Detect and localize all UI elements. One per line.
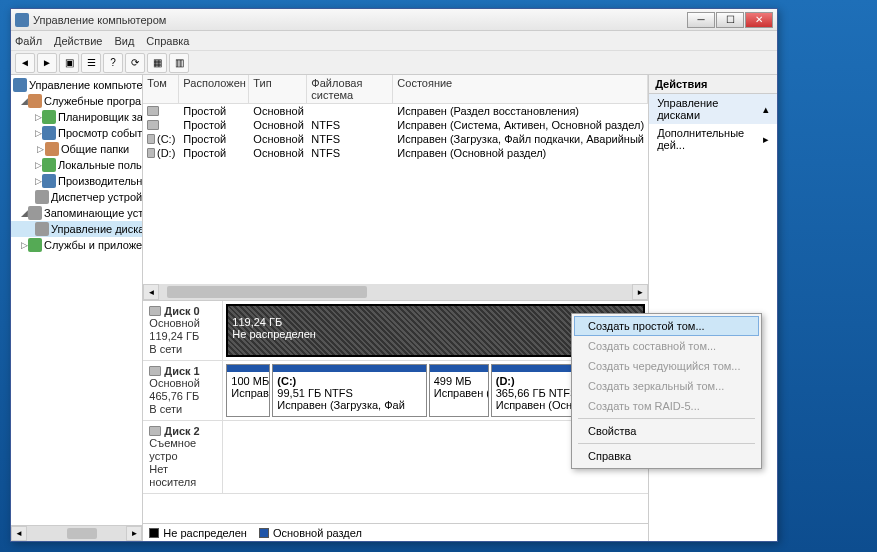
tree-root[interactable]: Управление компьютером (л (11, 77, 142, 93)
disk-1-part-0[interactable]: 100 МБ IИсправе (226, 364, 270, 417)
ctx-new-striped-volume: Создать чередующийся том... (574, 356, 759, 376)
ctx-new-simple-volume[interactable]: Создать простой том... (574, 316, 759, 336)
col-layout[interactable]: Расположен (179, 75, 249, 103)
tool-button-2[interactable]: ▥ (169, 53, 189, 73)
app-icon (15, 13, 29, 27)
device-icon (35, 190, 49, 204)
tree-perf[interactable]: ▷Производительность (11, 173, 142, 189)
tree-event-viewer[interactable]: ▷Просмотр событий (11, 125, 142, 141)
col-fs[interactable]: Файловая система (307, 75, 393, 103)
storage-icon (28, 206, 42, 220)
titlebar[interactable]: Управление компьютером ─ ☐ ✕ (11, 9, 777, 31)
separator (578, 443, 755, 444)
disk-1-header[interactable]: Диск 1 Основной 465,76 ГБ В сети (143, 361, 223, 420)
cd-icon (149, 426, 161, 436)
chevron-right-icon: ▸ (763, 133, 769, 146)
menu-view[interactable]: Вид (114, 35, 134, 47)
legend: Не распределен Основной раздел (143, 523, 648, 541)
tree-storage[interactable]: ◢Запоминающие устройс (11, 205, 142, 221)
window-title: Управление компьютером (33, 14, 687, 26)
maximize-button[interactable]: ☐ (716, 12, 744, 28)
col-status[interactable]: Состояние (393, 75, 648, 103)
folder-icon (45, 142, 59, 156)
volume-row[interactable]: (C:)ПростойОсновнойNTFSИсправен (Загрузк… (143, 132, 648, 146)
volume-icon (147, 106, 159, 116)
disk-icon (149, 366, 161, 376)
separator (578, 418, 755, 419)
chart-icon (42, 174, 56, 188)
col-type[interactable]: Тип (249, 75, 307, 103)
close-button[interactable]: ✕ (745, 12, 773, 28)
tree-disk-management[interactable]: Управление дисками (11, 221, 142, 237)
chevron-up-icon: ▴ (763, 103, 769, 116)
users-icon (42, 158, 56, 172)
tree-hscroll[interactable]: ◄► (11, 525, 142, 541)
menubar: Файл Действие Вид Справка (11, 31, 777, 51)
disk-2-header[interactable]: Диск 2 Съемное устро Нет носителя (143, 421, 223, 493)
event-icon (42, 126, 56, 140)
volume-list: Том Расположен Тип Файловая система Сост… (143, 75, 648, 301)
disk-icon (35, 222, 49, 236)
volume-icon (147, 134, 155, 144)
forward-button[interactable]: ► (37, 53, 57, 73)
legend-primary-icon (259, 528, 269, 538)
tool-button[interactable]: ▦ (147, 53, 167, 73)
minimize-button[interactable]: ─ (687, 12, 715, 28)
volume-icon (147, 120, 159, 130)
tree-system-tools[interactable]: ◢Служебные программы (11, 93, 142, 109)
computer-icon (13, 78, 27, 92)
menu-help[interactable]: Справка (146, 35, 189, 47)
volume-hscroll[interactable]: ◄► (143, 284, 648, 300)
context-menu: Создать простой том... Создать составной… (571, 313, 762, 469)
back-button[interactable]: ◄ (15, 53, 35, 73)
tree-shared[interactable]: ▷Общие папки (11, 141, 142, 157)
volume-list-header[interactable]: Том Расположен Тип Файловая система Сост… (143, 75, 648, 104)
tree-devmgr[interactable]: Диспетчер устройств (11, 189, 142, 205)
ctx-help[interactable]: Справка (574, 446, 759, 466)
col-volume[interactable]: Том (143, 75, 179, 103)
disk-1-part-c[interactable]: (C:)99,51 ГБ NTFSИсправен (Загрузка, Фай (272, 364, 426, 417)
main-pane: Том Расположен Тип Файловая система Сост… (143, 75, 648, 541)
legend-unallocated-icon (149, 528, 159, 538)
disk-1-part-recovery[interactable]: 499 МБИсправен (Р (429, 364, 489, 417)
tree-scheduler[interactable]: ▷Планировщик заданий (11, 109, 142, 125)
disk-icon (149, 306, 161, 316)
actions-header: Действия (649, 75, 777, 94)
ctx-new-raid5-volume: Создать том RAID-5... (574, 396, 759, 416)
refresh-button[interactable]: ⟳ (125, 53, 145, 73)
volume-row[interactable]: (D:)ПростойОсновнойNTFSИсправен (Основно… (143, 146, 648, 160)
volume-row[interactable]: ПростойОсновнойNTFSИсправен (Система, Ак… (143, 118, 648, 132)
ctx-properties[interactable]: Свойства (574, 421, 759, 441)
actions-more[interactable]: Дополнительные дей...▸ (649, 124, 777, 154)
menu-file[interactable]: Файл (15, 35, 42, 47)
actions-disk-mgmt[interactable]: Управление дисками▴ (649, 94, 777, 124)
help-button[interactable]: ? (103, 53, 123, 73)
actions-pane: Действия Управление дисками▴ Дополнитель… (648, 75, 777, 541)
disk-0-header[interactable]: Диск 0 Основной 119,24 ГБ В сети (143, 301, 223, 360)
tree-services[interactable]: ▷Службы и приложения (11, 237, 142, 253)
ctx-new-spanned-volume: Создать составной том... (574, 336, 759, 356)
gear-icon (28, 238, 42, 252)
tree-local-users[interactable]: ▷Локальные пользоват (11, 157, 142, 173)
toolbar: ◄ ► ▣ ☰ ? ⟳ ▦ ▥ (11, 51, 777, 75)
clock-icon (42, 110, 56, 124)
volume-row[interactable]: ПростойОсновнойИсправен (Раздел восстано… (143, 104, 648, 118)
tree-pane: Управление компьютером (л ◢Служебные про… (11, 75, 143, 541)
volume-icon (147, 148, 155, 158)
up-button[interactable]: ▣ (59, 53, 79, 73)
ctx-new-mirrored-volume: Создать зеркальный том... (574, 376, 759, 396)
wrench-icon (28, 94, 42, 108)
options-button[interactable]: ☰ (81, 53, 101, 73)
menu-action[interactable]: Действие (54, 35, 102, 47)
